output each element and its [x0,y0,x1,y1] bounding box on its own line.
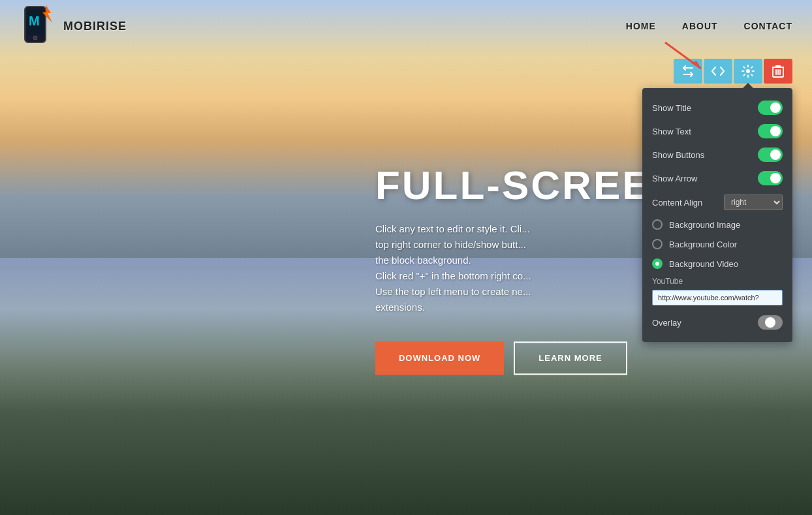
background-color-radio[interactable] [652,239,663,249]
hero-section: M MOBIRISE HOME ABOUT CONTACT [0,0,812,515]
download-now-button[interactable]: DOWNLOAD NOW [375,341,504,375]
learn-more-button[interactable]: LEARN MORE [514,341,627,375]
hero-text-line3: the block background. [375,253,682,268]
settings-button[interactable] [734,59,762,84]
background-image-label: Background Image [669,220,740,230]
hero-text-line1: Click any text to edit or style it. Cli.… [375,221,682,237]
content-align-label: Content Align [652,198,724,208]
hero-text-line5: Use the top left menu to create ne... [375,284,682,300]
nav-about[interactable]: ABOUT [682,21,718,31]
background-color-row: Background Color [642,234,792,254]
svg-text:M: M [29,14,40,28]
svg-point-3 [33,36,37,40]
delete-button[interactable] [764,59,792,84]
show-text-label: Show Text [652,127,758,136]
background-image-row: Background Image [642,215,792,234]
show-arrow-row: Show Arrow [642,166,792,190]
settings-panel: Show Title Show Text Show Buttons Show A… [642,88,792,342]
background-image-radio[interactable] [652,219,663,230]
show-buttons-label: Show Buttons [652,150,758,160]
overlay-row: Overlay [642,311,792,334]
show-title-label: Show Title [652,103,758,113]
overlay-toggle[interactable] [758,315,783,330]
show-buttons-row: Show Buttons [642,143,792,166]
show-arrow-label: Show Arrow [652,174,758,183]
show-arrow-toggle[interactable] [758,171,783,185]
show-buttons-toggle[interactable] [758,148,783,162]
red-arrow-indicator [659,36,711,75]
hero-title[interactable]: FULL-SCREEN [375,162,682,208]
navbar-nav: HOME ABOUT CONTACT [626,21,792,31]
background-video-row: Background Video [642,254,792,273]
hero-buttons: DOWNLOAD NOW LEARN MORE [375,341,682,375]
content-align-select[interactable]: left center right [724,195,783,210]
brand-name: MOBIRISE [63,20,127,33]
overlay-label: Overlay [652,318,758,328]
content-align-row: Content Align left center right [642,190,792,215]
background-color-label: Background Color [669,240,737,249]
youtube-label: YouTube [642,273,792,288]
show-text-row: Show Text [642,119,792,143]
show-title-row: Show Title [642,96,792,119]
youtube-input[interactable] [652,290,783,305]
hero-content: FULL-SCREEN Click any text to edit or st… [375,162,682,375]
background-video-radio[interactable] [652,258,663,269]
show-title-toggle[interactable] [758,101,783,115]
hero-text-line2: top right corner to hide/show butt... [375,237,682,253]
background-video-label: Background Video [669,259,738,269]
hero-text-line4: Click red "+" in the bottom right co... [375,268,682,284]
hero-text-line6: extensions. [375,300,682,315]
logo-icon: M [20,3,55,49]
nav-contact[interactable]: CONTACT [744,21,792,31]
hero-text[interactable]: Click any text to edit or style it. Cli.… [375,221,682,315]
brand: M MOBIRISE [20,3,127,49]
show-text-toggle[interactable] [758,124,783,138]
svg-point-7 [746,69,750,73]
nav-home[interactable]: HOME [626,21,656,31]
